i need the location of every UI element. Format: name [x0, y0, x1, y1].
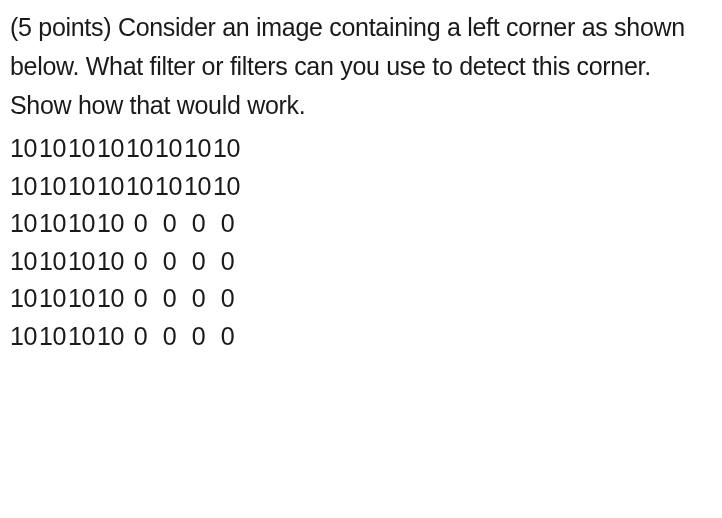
- cell: 0: [155, 243, 184, 281]
- cell: 0: [126, 205, 155, 243]
- image-matrix: 1010101010101010 1010101010101010 101010…: [10, 130, 712, 355]
- cell: 10: [97, 318, 126, 356]
- cell: 10: [39, 168, 68, 206]
- cell: 10: [39, 243, 68, 281]
- cell: 10: [68, 205, 97, 243]
- cell: 10: [10, 130, 39, 168]
- cell: 10: [97, 168, 126, 206]
- cell: 10: [68, 280, 97, 318]
- matrix-row: 1010101010101010: [10, 168, 712, 206]
- cell: 10: [155, 168, 184, 206]
- matrix-row: 1010101010101010: [10, 130, 712, 168]
- cell: 10: [126, 130, 155, 168]
- matrix-row: 101010100000: [10, 318, 712, 356]
- cell: 0: [184, 205, 213, 243]
- cell: 0: [126, 318, 155, 356]
- cell: 10: [126, 168, 155, 206]
- cell: 10: [213, 130, 242, 168]
- cell: 0: [155, 205, 184, 243]
- cell: 0: [155, 280, 184, 318]
- cell: 10: [39, 205, 68, 243]
- cell: 10: [10, 280, 39, 318]
- cell: 10: [155, 130, 184, 168]
- cell: 0: [213, 205, 242, 243]
- cell: 10: [213, 168, 242, 206]
- cell: 0: [155, 318, 184, 356]
- cell: 10: [97, 205, 126, 243]
- matrix-row: 101010100000: [10, 280, 712, 318]
- cell: 10: [10, 205, 39, 243]
- cell: 0: [213, 318, 242, 356]
- cell: 10: [97, 280, 126, 318]
- cell: 10: [39, 280, 68, 318]
- cell: 10: [184, 130, 213, 168]
- cell: 0: [213, 243, 242, 281]
- cell: 10: [68, 318, 97, 356]
- cell: 0: [184, 243, 213, 281]
- cell: 0: [184, 318, 213, 356]
- cell: 10: [68, 168, 97, 206]
- matrix-row: 101010100000: [10, 205, 712, 243]
- cell: 10: [97, 243, 126, 281]
- cell: 10: [10, 168, 39, 206]
- cell: 0: [126, 243, 155, 281]
- cell: 10: [97, 130, 126, 168]
- cell: 10: [184, 168, 213, 206]
- question-prompt: (5 points) Consider an image containing …: [10, 8, 712, 124]
- matrix-row: 101010100000: [10, 243, 712, 281]
- cell: 10: [10, 318, 39, 356]
- cell: 0: [184, 280, 213, 318]
- cell: 10: [39, 130, 68, 168]
- cell: 10: [10, 243, 39, 281]
- question-body: Consider an image containing a left corn…: [10, 13, 685, 119]
- cell: 0: [213, 280, 242, 318]
- cell: 10: [68, 130, 97, 168]
- points-label: (5 points): [10, 13, 111, 41]
- cell: 10: [68, 243, 97, 281]
- cell: 10: [39, 318, 68, 356]
- cell: 0: [126, 280, 155, 318]
